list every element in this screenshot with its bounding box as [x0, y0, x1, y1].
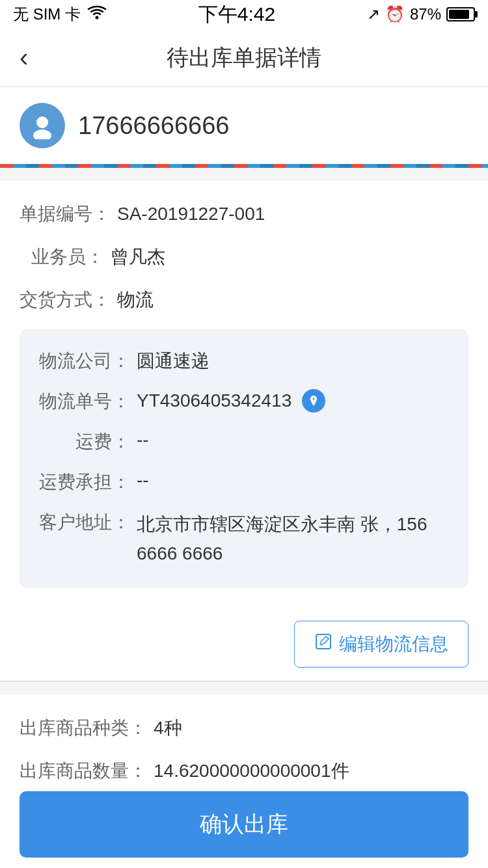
status-bar-left: 无 SIM 卡 [13, 4, 107, 25]
status-bar-right: ↗ ⏰ 87% [367, 5, 475, 23]
section-separator [0, 681, 488, 682]
wifi-icon [87, 5, 107, 23]
order-no-value: SA-20191227-001 [117, 200, 468, 228]
tracking-no-value: YT4306405342413 [137, 389, 449, 413]
svg-point-2 [33, 129, 51, 139]
order-no-label: 单据编号： [20, 200, 117, 228]
svg-rect-3 [316, 634, 331, 649]
freight-bearer-value: -- [137, 470, 449, 491]
order-no-row: 单据编号： SA-20191227-001 [20, 200, 468, 228]
delivery-type-row: 交货方式： 物流 [20, 286, 468, 314]
logistics-card: 物流公司： 圆通速递 物流单号： YT4306405342413 运费： -- [20, 329, 468, 588]
address-value: 北京市市辖区海淀区永丰南 张，156 6666 6666 [137, 510, 449, 569]
location-status-icon: ↗ [367, 5, 380, 23]
confirm-button[interactable]: 确认出库 [20, 791, 468, 858]
edit-icon [314, 632, 332, 655]
logistics-company-value: 圆通速递 [137, 349, 449, 373]
svg-point-1 [36, 116, 48, 128]
tracking-number-text: YT4306405342413 [137, 390, 291, 411]
tracking-no-row: 物流单号： YT4306405342413 [39, 389, 449, 414]
product-types-label: 出库商品种类： [20, 714, 154, 742]
tracking-no-label: 物流单号： [39, 389, 137, 414]
status-bar-time: 下午4:42 [198, 1, 275, 28]
dashed-divider [0, 164, 488, 168]
svg-point-0 [96, 16, 99, 20]
alarm-icon: ⏰ [385, 5, 405, 23]
salesperson-value: 曾凡杰 [111, 243, 468, 271]
salesperson-label: 业务员： [20, 243, 111, 271]
confirm-btn-wrapper: 确认出库 [0, 781, 488, 868]
freight-label: 运费： [39, 429, 137, 454]
delivery-type-label: 交货方式： [20, 286, 117, 314]
address-label: 客户地址： [39, 510, 137, 535]
battery-icon [446, 7, 475, 21]
edit-logistics-button[interactable]: 编辑物流信息 [294, 621, 468, 668]
freight-row: 运费： -- [39, 429, 449, 454]
customer-header: 17666666666 [0, 87, 488, 164]
status-bar: 无 SIM 卡 下午4:42 ↗ ⏰ 87% [0, 0, 488, 29]
carrier-label: 无 SIM 卡 [13, 4, 81, 25]
page-title: 待出库单据详情 [167, 43, 321, 73]
order-info-section: 单据编号： SA-20191227-001 业务员： 曾凡杰 交货方式： 物流 … [0, 181, 488, 608]
delivery-type-value: 物流 [117, 286, 468, 314]
logistics-company-row: 物流公司： 圆通速递 [39, 349, 449, 373]
nav-bar: ‹ 待出库单据详情 [0, 29, 488, 87]
logistics-company-label: 物流公司： [39, 349, 137, 373]
freight-bearer-label: 运费承担： [39, 470, 137, 495]
edit-logistics-row: 编辑物流信息 [0, 608, 488, 681]
customer-phone: 17666666666 [78, 112, 229, 140]
address-row: 客户地址： 北京市市辖区海淀区永丰南 张，156 6666 6666 [39, 510, 449, 569]
salesperson-row: 业务员： 曾凡杰 [20, 243, 468, 271]
battery-percentage: 87% [410, 5, 441, 23]
edit-logistics-label: 编辑物流信息 [339, 632, 448, 657]
back-button[interactable]: ‹ [20, 43, 28, 72]
freight-bearer-row: 运费承担： -- [39, 470, 449, 495]
avatar [20, 103, 65, 148]
product-types-value: 4种 [154, 714, 468, 742]
tracking-location-icon[interactable] [302, 389, 325, 413]
product-types-row: 出库商品种类： 4种 [20, 714, 468, 742]
freight-value: -- [137, 429, 449, 450]
